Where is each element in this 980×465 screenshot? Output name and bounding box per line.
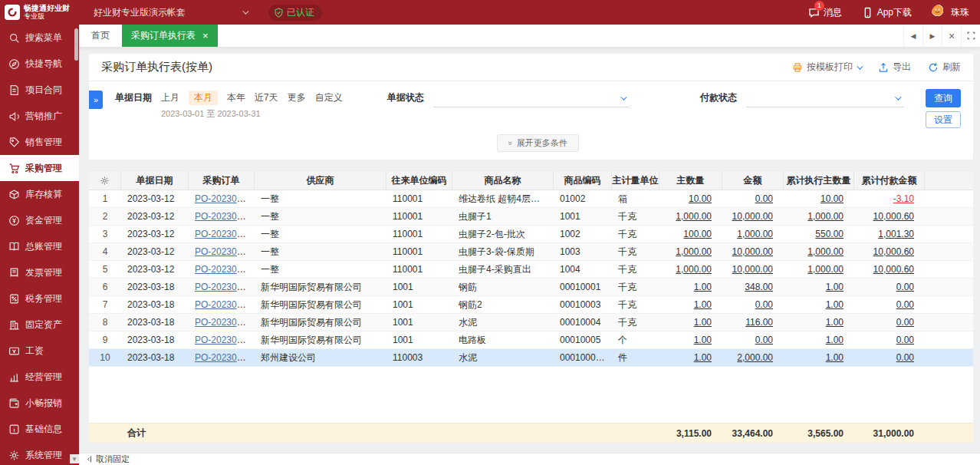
drilldown-link[interactable]: 0.00: [896, 299, 914, 310]
po-link[interactable]: PO-20230318-…: [195, 299, 255, 310]
date-preset-0[interactable]: 上月: [161, 91, 179, 104]
po-link[interactable]: PO-20230318-…: [195, 352, 255, 363]
account-selector[interactable]: 好业财专业版演示帐套: [94, 6, 247, 19]
drilldown-link[interactable]: 1,000.00: [676, 211, 712, 222]
drilldown-link[interactable]: 10,000.60: [873, 211, 914, 222]
po-link[interactable]: PO-20230318-…: [195, 335, 255, 345]
sidebar-item-megaphone[interactable]: 营销推广: [0, 103, 79, 129]
drilldown-link[interactable]: 1.00: [826, 335, 844, 345]
po-link[interactable]: PO-20230318-…: [195, 282, 255, 292]
table-row[interactable]: 52023-03-12PO-20230312-…一整110001虫腿子4-采购直…: [89, 261, 973, 279]
po-link[interactable]: PO-20230312-…: [195, 211, 255, 222]
refresh-button[interactable]: 刷新: [928, 61, 961, 74]
drilldown-link[interactable]: 1.00: [694, 335, 712, 345]
drilldown-link[interactable]: 10,000.00: [732, 246, 773, 257]
drilldown-link[interactable]: 2,000.00: [737, 352, 773, 363]
drilldown-link[interactable]: 10,000.60: [873, 246, 914, 257]
drilldown-link[interactable]: 0.00: [896, 282, 914, 292]
date-preset-5[interactable]: 自定义: [315, 91, 343, 104]
column-header[interactable]: 商品编码: [554, 171, 612, 190]
po-link[interactable]: PO-20230312-…: [195, 193, 255, 204]
drilldown-link[interactable]: 550.00: [815, 229, 844, 239]
drilldown-link[interactable]: 1.00: [694, 299, 712, 310]
drilldown-link[interactable]: 1,000.00: [737, 229, 773, 239]
sidebar-scroll-down-icon[interactable]: ▼: [70, 454, 79, 463]
drilldown-link[interactable]: 1,000.00: [676, 264, 712, 275]
column-header[interactable]: 采购订单: [189, 171, 255, 190]
table-row[interactable]: 82023-03-18PO-20230318-…新华明国际贸易有限公司1001水…: [89, 314, 973, 331]
unpin-sidebar-button[interactable]: 取消固定: [79, 453, 130, 465]
sidebar-item-contract[interactable]: 项目合同: [0, 77, 79, 103]
tab-scroll-right-icon[interactable]: ▶: [922, 25, 942, 47]
drilldown-link[interactable]: 1.00: [694, 317, 712, 328]
export-button[interactable]: 导出: [878, 61, 911, 74]
tab-active[interactable]: 采购订单执行表 ×: [122, 25, 218, 47]
drilldown-link[interactable]: 10.00: [689, 193, 712, 204]
sidebar-item-money[interactable]: 资金管理: [0, 207, 79, 233]
table-row[interactable]: 102023-03-18PO-20230318-…郑州建设公司110003水泥0…: [89, 349, 973, 367]
sidebar-item-search[interactable]: 搜索菜单: [0, 25, 79, 51]
app-download-button[interactable]: App下载: [862, 6, 912, 19]
date-preset-3[interactable]: 近7天: [255, 91, 278, 104]
drilldown-link[interactable]: 0.00: [896, 335, 914, 345]
sidebar-item-cart[interactable]: 采购管理: [0, 155, 79, 181]
drilldown-link[interactable]: 0.00: [755, 299, 773, 310]
sidebar-item-box[interactable]: 库存核算: [0, 181, 79, 207]
drilldown-link[interactable]: 10,000.60: [873, 264, 914, 275]
column-settings-button[interactable]: [89, 171, 121, 190]
date-preset-2[interactable]: 本年: [227, 91, 245, 104]
fullscreen-icon[interactable]: [961, 25, 980, 47]
drilldown-link[interactable]: 1.00: [826, 282, 844, 292]
sidebar-item-compass[interactable]: 快捷导航: [0, 51, 79, 77]
table-row[interactable]: 42023-03-12PO-20230312-…一整110001虫腿子3-袋-保…: [89, 243, 973, 261]
drilldown-link[interactable]: 1,000.00: [676, 246, 712, 257]
drilldown-link[interactable]: 10,000.00: [732, 264, 773, 275]
drilldown-link[interactable]: 1,000.00: [807, 246, 844, 257]
column-header[interactable]: 主计量单位: [612, 171, 659, 190]
tab-close-icon[interactable]: ×: [202, 31, 209, 41]
date-preset-1[interactable]: 本月: [189, 91, 218, 105]
column-header[interactable]: 累计付款金额: [854, 171, 925, 190]
drilldown-link[interactable]: 1.00: [694, 352, 712, 363]
doc-status-select[interactable]: [433, 89, 630, 107]
po-link[interactable]: PO-20230312-…: [195, 229, 255, 239]
po-link[interactable]: PO-20230312-…: [195, 246, 255, 257]
drilldown-link[interactable]: 100.00: [683, 229, 712, 239]
drilldown-link[interactable]: 1.00: [694, 282, 712, 292]
tab-home[interactable]: 首页: [79, 25, 122, 47]
pay-status-select[interactable]: [746, 89, 904, 107]
table-row[interactable]: 62023-03-18PO-20230318-…新华明国际贸易有限公司1001钢…: [89, 279, 973, 296]
drilldown-link[interactable]: 1,000.00: [807, 264, 844, 275]
settings-button[interactable]: 设置: [926, 111, 961, 128]
table-row[interactable]: 72023-03-18PO-20230318-…新华明国际贸易有限公司1001钢…: [89, 296, 973, 314]
messages-button[interactable]: 1 消息: [808, 6, 842, 19]
close-all-tabs-icon[interactable]: ×: [942, 25, 961, 47]
column-header[interactable]: 金额: [722, 171, 784, 190]
drilldown-link[interactable]: 1,001.30: [878, 229, 914, 239]
drilldown-link[interactable]: 0.00: [755, 193, 773, 204]
sidebar-item-info[interactable]: 基础信息: [0, 416, 79, 442]
drilldown-link[interactable]: 10.00: [821, 193, 844, 204]
drilldown-link[interactable]: 1.00: [826, 317, 844, 328]
column-header[interactable]: 商品名称: [452, 171, 554, 190]
drilldown-link[interactable]: 10,000.00: [732, 211, 773, 222]
drilldown-link[interactable]: 0.00: [896, 352, 914, 363]
sidebar-item-gear[interactable]: 系统管理: [0, 442, 79, 465]
drilldown-link[interactable]: 0.00: [896, 317, 914, 328]
print-by-template-button[interactable]: 按模板打印: [792, 61, 861, 74]
table-row[interactable]: 12023-03-12PO-20230312-…一整110001维达卷纸 超韧4…: [89, 190, 973, 208]
expand-more-conditions-button[interactable]: » 展开更多条件: [497, 134, 579, 152]
column-header[interactable]: 往来单位编码: [386, 171, 452, 190]
date-preset-4[interactable]: 更多: [288, 91, 306, 104]
sidebar-item-salary[interactable]: 工资: [0, 338, 79, 364]
po-link[interactable]: PO-20230318-…: [195, 317, 255, 328]
table-row[interactable]: 32023-03-12PO-20230312-…一整110001虫腿子2-包-批…: [89, 226, 973, 243]
column-header[interactable]: 供应商: [255, 171, 386, 190]
drilldown-link[interactable]: -3.10: [893, 193, 914, 204]
sidebar-item-tax[interactable]: 税务管理: [0, 285, 79, 312]
sidebar-item-wallet[interactable]: 小畅报销: [0, 390, 79, 416]
collapse-filter-panel-button[interactable]: »: [89, 91, 103, 109]
drilldown-link[interactable]: 1.00: [826, 299, 844, 310]
drilldown-link[interactable]: 1,000.00: [807, 211, 844, 222]
query-button[interactable]: 查询: [926, 89, 961, 107]
